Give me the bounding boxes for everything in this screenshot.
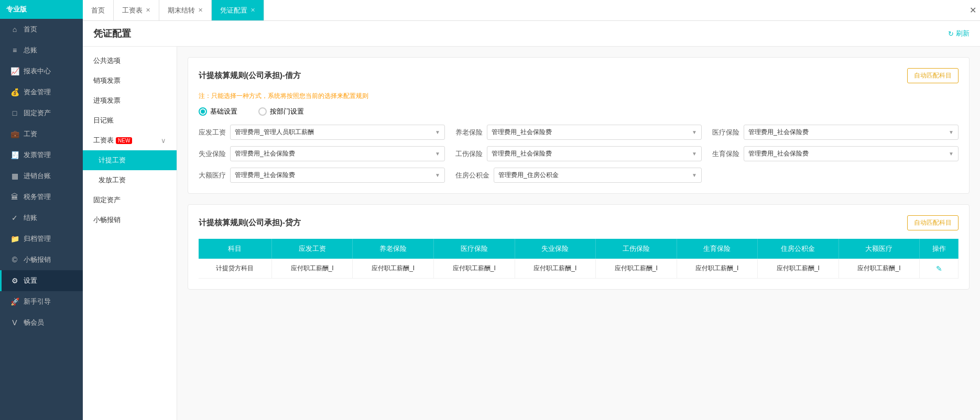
tab-voucher-label: 凭证配置 (220, 6, 247, 15)
sidebar-item-label: 税务管理 (24, 192, 51, 202)
new-badge: NEW (116, 137, 132, 144)
sidebar-item-label: 设置 (24, 276, 37, 285)
td-maternity-credit: 应付职工薪酬_I (677, 259, 758, 279)
sidebar-item-archive[interactable]: 📁 归档管理 (0, 228, 83, 249)
credit-table: 科目 应发工资 养老保险 医疗保险 失业保险 工伤保险 生育保险 住房公积金 大… (199, 239, 959, 279)
housing-select-value: 管理费用_住房公积金 (498, 171, 559, 180)
sidebar-item-close-accounts[interactable]: ✓ 结账 (0, 207, 83, 228)
salary-icon: 💼 (10, 130, 19, 138)
td-housing-credit: 应付职工薪酬_I (758, 259, 839, 279)
sidebar-item-label: 首页 (24, 25, 37, 34)
medical-select-value: 管理费用_社会保险费 (748, 128, 809, 137)
debit-form-grid: 应发工资 管理费用_管理人员职工薪酬 ▼ 养老保险 管理费用_社会保险费 ▼ (199, 125, 959, 183)
sidebar-item-salary[interactable]: 💼 工资 (0, 124, 83, 145)
unemployment-select-value: 管理费用_社会保险费 (235, 149, 295, 158)
injury-select[interactable]: 管理费用_社会保险费 ▼ (487, 146, 702, 161)
assets-icon: □ (10, 109, 19, 117)
unemployment-label: 失业保险 (199, 149, 226, 159)
maternity-dropdown-icon: ▼ (949, 151, 954, 157)
housing-select[interactable]: 管理费用_住房公积金 ▼ (494, 168, 702, 183)
radio-dept-settings[interactable]: 按部门设置 (258, 107, 304, 116)
main-content: 首页 工资表 ✕ 期末结转 ✕ 凭证配置 ✕ ✕ 凭证配置 ↻ 刷新 公共选项 (83, 0, 980, 420)
unemployment-select[interactable]: 管理费用_社会保险费 ▼ (230, 146, 445, 161)
debit-section-title: 计提核算规则(公司承担)-借方 (199, 71, 301, 81)
window-close-btn[interactable]: ✕ (965, 3, 980, 18)
sidebar-item-label: 固定资产 (24, 108, 51, 118)
salary-select[interactable]: 管理费用_管理人员职工薪酬 ▼ (230, 125, 445, 140)
debit-auto-match-button[interactable]: 自动匹配科目 (907, 68, 959, 83)
sidebar-item-label: 归档管理 (24, 234, 51, 244)
nav-sales-invoice[interactable]: 销项发票 (83, 71, 177, 91)
sidebar-item-label: 报表中心 (24, 67, 51, 76)
maternity-select[interactable]: 管理费用_社会保险费 ▼ (744, 146, 959, 161)
th-pension: 养老保险 (353, 239, 434, 259)
tab-voucher-config[interactable]: 凭证配置 ✕ (212, 0, 264, 20)
tab-period-label: 期末结转 (168, 6, 195, 15)
nav-fixed-assets[interactable]: 固定资产 (83, 190, 177, 210)
sidebar-item-label: 资金管理 (24, 87, 51, 97)
form-item-maternity: 生育保险 管理费用_社会保险费 ▼ (712, 146, 959, 161)
nav-xiaochang-expense[interactable]: 小畅报销 (83, 210, 177, 230)
sidebar-item-invoice-management[interactable]: 🧾 发票管理 (0, 145, 83, 165)
sidebar-item-general-ledger[interactable]: ≡ 总账 (0, 40, 83, 61)
pension-select[interactable]: 管理费用_社会保险费 ▼ (487, 125, 702, 140)
sidebar-item-label: 总账 (24, 46, 37, 55)
radio-basic-inner (201, 109, 205, 114)
td-unemployment-credit: 应付职工薪酬_I (515, 259, 596, 279)
fund-icon: 💰 (10, 88, 19, 96)
page-title: 凭证配置 (93, 27, 131, 40)
tab-salary-table[interactable]: 工资表 ✕ (114, 0, 159, 20)
radio-basic-circle (199, 107, 207, 116)
sidebar-item-report-center[interactable]: 📈 报表中心 (0, 61, 83, 82)
sidebar-item-beginner-guide[interactable]: 🚀 新手引导 (0, 291, 83, 312)
purchase-icon: ▦ (10, 172, 19, 180)
tab-salary-close[interactable]: ✕ (146, 7, 150, 14)
nav-purchase-invoice[interactable]: 进项发票 (83, 91, 177, 110)
th-housing: 住房公积金 (758, 239, 839, 259)
sidebar-item-xiaochang-report[interactable]: © 小畅报销 (0, 249, 83, 270)
tab-home[interactable]: 首页 (83, 0, 114, 20)
td-action[interactable]: ✎ (920, 259, 959, 279)
topbar: 首页 工资表 ✕ 期末结转 ✕ 凭证配置 ✕ ✕ (83, 0, 980, 21)
sidebar-item-label: 畅会员 (24, 318, 44, 327)
medical-select[interactable]: 管理费用_社会保险费 ▼ (744, 125, 959, 140)
debit-section-note: 注：只能选择一种方式，系统将按照您当前的选择来配置规则 (199, 92, 959, 101)
tab-period-close[interactable]: 期末结转 ✕ (159, 0, 212, 20)
content-area: 公共选项 销项发票 进项发票 日记账 工资表 NEW ∨ 计提工资 发放工资 (83, 47, 980, 420)
td-subject: 计提贷方科目 (199, 259, 271, 279)
credit-auto-match-button[interactable]: 自动匹配科目 (907, 215, 959, 230)
nav-salary-table[interactable]: 工资表 NEW ∨ (83, 130, 177, 150)
th-injury: 工伤保险 (596, 239, 677, 259)
refresh-button[interactable]: ↻ 刷新 (948, 29, 970, 38)
sidebar-item-fixed-assets[interactable]: □ 固定资产 (0, 103, 83, 124)
nav-journal[interactable]: 日记账 (83, 110, 177, 130)
major-medical-dropdown-icon: ▼ (435, 172, 440, 178)
sidebar-item-settings[interactable]: ⚙ 设置 (0, 270, 83, 291)
edit-icon[interactable]: ✎ (936, 264, 942, 273)
archive-icon: 📁 (10, 235, 19, 243)
nav-public-options[interactable]: 公共选项 (83, 51, 177, 71)
major-medical-select-value: 管理费用_社会保险费 (235, 171, 295, 180)
table-header-row: 科目 应发工资 养老保险 医疗保险 失业保险 工伤保险 生育保险 住房公积金 大… (199, 239, 959, 259)
form-item-injury: 工伤保险 管理费用_社会保险费 ▼ (455, 146, 702, 161)
sidebar-item-purchase-sales[interactable]: ▦ 进销台账 (0, 165, 83, 186)
sidebar-item-fund-management[interactable]: 💰 资金管理 (0, 82, 83, 103)
salary-dropdown-icon: ▼ (435, 129, 440, 135)
sidebar-item-member[interactable]: V 畅会员 (0, 312, 83, 333)
sidebar-item-label: 进销台账 (24, 171, 51, 181)
xiaochang-icon: © (10, 256, 19, 264)
close-accounts-icon: ✓ (10, 214, 19, 222)
nav-calc-salary[interactable]: 计提工资 (83, 150, 177, 170)
td-injury-credit: 应付职工薪酬_I (596, 259, 677, 279)
radio-basic-settings[interactable]: 基础设置 (199, 107, 237, 116)
ledger-icon: ≡ (10, 46, 19, 54)
form-item-empty (712, 168, 959, 183)
sidebar-item-home[interactable]: ⌂ 首页 (0, 19, 83, 40)
sidebar-item-tax-management[interactable]: 🏛 税务管理 (0, 186, 83, 207)
pension-dropdown-icon: ▼ (692, 129, 697, 135)
major-medical-select[interactable]: 管理费用_社会保险费 ▼ (230, 168, 445, 183)
tab-salary-label: 工资表 (122, 6, 143, 15)
tab-period-close-btn[interactable]: ✕ (198, 7, 203, 14)
tab-voucher-close[interactable]: ✕ (251, 7, 255, 14)
nav-pay-salary[interactable]: 发放工资 (83, 170, 177, 190)
